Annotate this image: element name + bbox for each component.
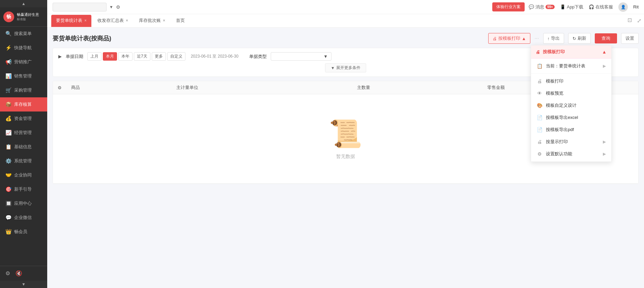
date-btn-1[interactable]: 本月 (103, 52, 117, 61)
sidebar-item-inventory[interactable]: 📦库存核算 (0, 97, 47, 111)
dropdown-header-label: 按模板打印 (543, 49, 565, 55)
dropdown-icon-template_print: 🖨 (536, 78, 543, 84)
nav-label-shortcut: 快捷导航 (14, 45, 32, 51)
dropdown-arrow-display_print: ▶ (603, 139, 606, 144)
dropdown-header-arrow: ▲ (602, 49, 607, 55)
tab-home[interactable]: 首页 (171, 15, 189, 27)
tab-order_stats[interactable]: 要货单统计表 × (51, 15, 91, 27)
nav-icon-collab: 🤝 (5, 172, 11, 178)
dropdown-header[interactable]: 🖨 按模板打印 ▲ (531, 45, 611, 59)
dropdown-item-export_excel[interactable]: 📄 按模板导出excel (531, 111, 611, 124)
settings-bottom-icon[interactable]: ⚙ (5, 270, 10, 277)
table-gear-icon[interactable]: ⚙ (58, 85, 62, 90)
message-icon: 💬 (529, 4, 534, 9)
dropdown-icon-display_print: 🖨 (536, 139, 543, 145)
date-btn-4[interactable]: 更多 (152, 52, 166, 61)
nav-label-operation: 经营管理 (14, 130, 32, 136)
nav-label-inventory: 库存核算 (14, 101, 32, 107)
nav-label-marketing: 营销推广 (14, 59, 32, 65)
tab-close-order_stats[interactable]: × (84, 18, 87, 23)
sidebar-bottom: ⚙ 🔇 (0, 266, 47, 281)
date-range: 2023-06-01 至 2023-06-30 (191, 54, 238, 59)
table-col-2: 主计量单位 (172, 81, 352, 94)
dropdown-item-display_print[interactable]: 🖨 按显示打印 ▶ (531, 136, 611, 148)
sidebar-item-apps[interactable]: 🔲应用中心 (0, 196, 47, 211)
dropdown-current-item[interactable]: 📋 当前：要货单统计表 ▶ (531, 60, 611, 72)
dropdown-label-export_excel: 按模板导出excel (546, 115, 578, 121)
header-search-input[interactable] (53, 3, 107, 11)
dropdown-label-template_print: 模板打印 (546, 78, 563, 84)
filter-expand-icon[interactable]: ▶ (58, 54, 62, 59)
tab-close-receivable_summary[interactable]: × (126, 18, 128, 23)
main-wrapper: ▼ ⚙ 体验行业方案 💬 消息 99+ 📱 App下载 🎧 在线客服 👤 Rit (47, 0, 644, 288)
table-col-1: 商品 (66, 81, 172, 94)
tab-receivable_summary[interactable]: 收发存汇总表 × (93, 15, 133, 27)
nav-label-member: 畅会员 (14, 229, 27, 235)
nav-icon-shortcut: ⚡ (5, 45, 11, 51)
page-content: 要货单统计表(按商品) 🖨 按模板打印 ▲ ··· ↑ 导出 ↻ 刷新 查询 设… (47, 28, 644, 288)
tab-label-batch_account: 库存批次账 (139, 18, 161, 24)
sidebar-item-sales[interactable]: 📊销售管理 (0, 69, 47, 83)
tab-close-batch_account[interactable]: × (163, 18, 165, 23)
nav-label-search: 搜索菜单 (14, 31, 32, 37)
tab-expand-icon[interactable]: ⤢ (637, 18, 641, 24)
dropdown-item-template_preview[interactable]: 👁 模板预览 (531, 87, 611, 99)
current-icon: 📋 (536, 63, 543, 69)
nav-icon-apps: 🔲 (5, 200, 11, 206)
print-btn[interactable]: 🖨 按模板打印 ▲ (488, 33, 530, 44)
nav-icon-basic: 📋 (5, 144, 11, 150)
nav-icon-search: 🔍 (5, 31, 11, 37)
sidebar-item-marketing[interactable]: 📢营销推广 (0, 55, 47, 69)
sidebar-item-purchase[interactable]: 🛒采购管理 (0, 83, 47, 97)
nav-icon-purchase: 🛒 (5, 87, 11, 93)
user-avatar[interactable]: 👤 (618, 2, 628, 12)
settings-btn[interactable]: 设置 (621, 33, 639, 44)
online-service-btn[interactable]: 🎧 在线客服 (589, 4, 613, 10)
app-download-btn[interactable]: 📱 App下载 (560, 4, 583, 10)
sidebar-nav: 🔍搜索菜单⚡快捷导航📢营销推广📊销售管理🛒采购管理📦库存核算💰资金管理📈经营管理… (0, 27, 47, 266)
message-btn[interactable]: 💬 消息 99+ (529, 4, 555, 10)
tab-close-x[interactable]: ⊡ (627, 17, 632, 23)
type-select[interactable]: ▼ (271, 52, 331, 61)
tab-batch_account[interactable]: 库存批次账 × (134, 15, 170, 27)
sidebar: ▲ 畅 畅赢通好生意 标准版 🔍搜索菜单⚡快捷导航📢营销推广📊销售管理🛒采购管理… (0, 0, 47, 288)
refresh-label: 刷新 (578, 35, 586, 41)
dropdown-item-template_print[interactable]: 🖨 模板打印 (531, 75, 611, 87)
sidebar-item-system[interactable]: ⚙️系统管理 (0, 154, 47, 168)
mute-icon[interactable]: 🔇 (16, 270, 22, 277)
sidebar-item-guide[interactable]: 🎯新手引导 (0, 182, 47, 196)
trial-btn[interactable]: 体验行业方案 (492, 2, 525, 11)
sidebar-item-finance[interactable]: 💰资金管理 (0, 111, 47, 126)
date-btn-0[interactable]: 上月 (87, 52, 101, 61)
date-btn-5[interactable]: 自定义 (167, 52, 185, 61)
header-dropdown-btn[interactable]: ▼ (109, 5, 113, 9)
nav-label-purchase: 采购管理 (14, 87, 32, 93)
sidebar-item-collab[interactable]: 🤝企业协同 (0, 168, 47, 182)
app-icon: 📱 (560, 4, 565, 9)
sidebar-item-search[interactable]: 🔍搜索菜单 (0, 27, 47, 41)
dropdown-item-export_pdf[interactable]: 📄 按模板导出pdf (531, 124, 611, 136)
dropdown-label-set_default: 设置默认功能 (546, 151, 572, 157)
sidebar-item-wechat[interactable]: 💬企业微信 (0, 211, 47, 225)
sidebar-item-member[interactable]: 👑畅会员 (0, 225, 47, 239)
current-arrow: ▶ (603, 64, 606, 68)
dropdown-item-template_design[interactable]: 🎨 模板自定义设计 (531, 99, 611, 111)
nav-icon-marketing: 📢 (5, 59, 11, 65)
expand-more-btn[interactable]: ▼ 展开更多条件 (325, 63, 366, 72)
message-label: 消息 (535, 4, 544, 10)
refresh-btn[interactable]: ↻ 刷新 (568, 33, 591, 44)
dropdown-icon-template_design: 🎨 (536, 102, 543, 108)
sidebar-item-shortcut[interactable]: ⚡快捷导航 (0, 41, 47, 55)
sidebar-item-basic[interactable]: 📋基础信息 (0, 140, 47, 154)
date-btn-2[interactable]: 本年 (118, 52, 133, 61)
top-header: ▼ ⚙ 体验行业方案 💬 消息 99+ 📱 App下载 🎧 在线客服 👤 Rit (47, 0, 644, 14)
query-btn[interactable]: 查询 (595, 33, 617, 43)
sidebar-scroll-up[interactable]: ▲ (0, 0, 47, 7)
nav-label-collab: 企业协同 (14, 172, 32, 178)
sidebar-item-operation[interactable]: 📈经营管理 (0, 126, 47, 140)
sidebar-scroll-down[interactable]: ▼ (0, 281, 47, 288)
date-btn-3[interactable]: 近7天 (134, 52, 150, 61)
header-gear-icon[interactable]: ⚙ (116, 4, 120, 10)
dropdown-item-set_default[interactable]: ⚙ 设置默认功能 ▶ (531, 148, 611, 160)
export-btn[interactable]: ↑ 导出 (543, 33, 564, 44)
